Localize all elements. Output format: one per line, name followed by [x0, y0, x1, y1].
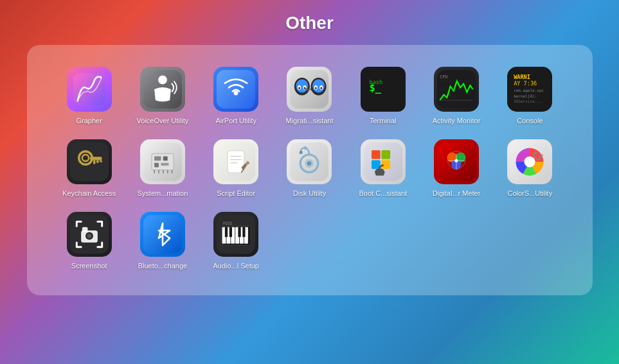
colorsync-label: ColorS...Utility	[508, 189, 553, 198]
audio-icon: MIDI	[213, 212, 258, 257]
svg-rect-37	[96, 160, 98, 163]
svg-point-80	[87, 234, 91, 239]
svg-point-10	[299, 87, 301, 89]
apps-grid: Grapher	[53, 63, 567, 275]
screenshot-icon	[67, 212, 112, 257]
svg-rect-44	[154, 163, 159, 168]
svg-point-76	[525, 157, 535, 168]
svg-point-60	[300, 151, 303, 154]
app-bluetooth[interactable]: Blueto...change	[126, 208, 199, 274]
svg-rect-94	[242, 227, 245, 237]
svg-point-74	[454, 159, 458, 162]
colorsync-icon	[507, 139, 552, 184]
svg-rect-41	[152, 153, 174, 170]
svg-text:bash: bash	[369, 79, 382, 85]
app-airport[interactable]: AirPort Utility	[199, 63, 273, 129]
boot-icon	[361, 139, 406, 184]
migration-icon	[287, 67, 332, 112]
screenshot-label: Screenshot	[71, 262, 107, 270]
app-activity[interactable]: CPU Activity Monitor	[420, 63, 493, 129]
bluetooth-icon	[140, 212, 185, 257]
svg-point-13	[313, 80, 325, 93]
svg-rect-91	[225, 227, 228, 237]
svg-point-59	[307, 161, 312, 166]
disk-icon	[287, 139, 332, 184]
activity-icon: CPU	[434, 67, 479, 112]
page-title: Other	[285, 13, 334, 33]
digitalmeter-icon	[434, 139, 479, 184]
app-boot[interactable]: Boot C...sistant	[346, 135, 420, 202]
svg-text:CPU: CPU	[440, 74, 447, 80]
app-screenshot[interactable]: Screenshot	[53, 208, 126, 274]
sysinfo-label: System...mation	[137, 189, 188, 198]
svg-point-61	[304, 146, 307, 150]
app-migration[interactable]: Migrati...sistant	[273, 63, 346, 129]
app-terminal[interactable]: $_ bash Terminal	[346, 63, 420, 129]
app-grapher[interactable]: Grapher	[53, 63, 126, 129]
svg-rect-38	[93, 160, 95, 164]
app-colors[interactable]: ColorS...Utility	[493, 135, 566, 202]
script-icon	[213, 139, 258, 184]
svg-rect-64	[381, 150, 390, 159]
voiceover-label: VoiceOver Utility	[137, 117, 189, 125]
audio-label: Audio...l Setup	[213, 262, 259, 270]
svg-rect-81	[82, 227, 87, 232]
sysinfo-icon	[140, 139, 185, 184]
svg-rect-52	[228, 151, 244, 173]
voiceover-icon	[140, 67, 185, 112]
app-sysinfo[interactable]: System...mation	[126, 135, 199, 202]
app-script[interactable]: Script Editor	[199, 135, 273, 202]
app-keychain[interactable]: Keychain Access	[53, 135, 126, 202]
console-label: Console	[517, 117, 543, 125]
bluetooth-label: Blueto...change	[138, 262, 187, 270]
svg-rect-93	[238, 227, 241, 237]
svg-text:com.apple.xpc: com.apple.xpc	[514, 88, 544, 93]
airport-icon	[213, 67, 258, 112]
folder-container: Grapher	[27, 45, 593, 295]
migration-label: Migrati...sistant	[286, 117, 334, 125]
svg-rect-33	[70, 143, 109, 181]
app-digitalmeter[interactable]: Digital...r Meter	[420, 135, 493, 202]
svg-rect-45	[161, 163, 168, 166]
script-label: Script Editor	[217, 189, 255, 198]
keychain-icon	[67, 139, 112, 184]
svg-text:IOService...: IOService...	[514, 99, 541, 103]
grapher-label: Grapher	[76, 117, 102, 125]
svg-text:AY 7:36: AY 7:36	[514, 80, 537, 87]
svg-rect-63	[372, 150, 381, 159]
airport-label: AirPort Utility	[215, 117, 256, 125]
svg-point-4	[234, 91, 238, 96]
keychain-label: Keychain Access	[62, 189, 116, 198]
app-console[interactable]: WARNI AY 7:36 com.apple.xpc kernel[0]: I…	[493, 63, 566, 129]
activity-label: Activity Monitor	[433, 117, 481, 125]
svg-rect-36	[89, 157, 102, 160]
terminal-label: Terminal	[370, 117, 397, 125]
svg-rect-39	[100, 160, 102, 162]
svg-point-7	[296, 80, 309, 93]
svg-point-2	[158, 76, 167, 85]
boot-label: Boot C...sistant	[359, 189, 407, 198]
grapher-icon	[67, 67, 112, 112]
app-disk[interactable]: Disk Utility	[273, 135, 346, 202]
app-audio[interactable]: MIDI Audio...l Setup	[199, 208, 273, 274]
svg-text:WARNI: WARNI	[514, 74, 530, 80]
app-voiceover[interactable]: VoiceOver Utility	[126, 63, 199, 129]
console-icon: WARNI AY 7:36 com.apple.xpc kernel[0]: I…	[507, 67, 552, 112]
digitalmeter-label: Digital...r Meter	[433, 189, 481, 198]
svg-point-16	[315, 87, 317, 89]
svg-text:MIDI: MIDI	[223, 221, 233, 225]
terminal-icon: $_ bash	[361, 67, 406, 112]
svg-point-17	[321, 87, 323, 89]
svg-text:kernel[0]:: kernel[0]:	[514, 94, 537, 98]
svg-rect-66	[381, 160, 390, 169]
svg-rect-43	[163, 157, 168, 161]
svg-rect-92	[229, 227, 232, 237]
disk-label: Disk Utility	[293, 189, 326, 198]
svg-rect-42	[154, 157, 161, 161]
